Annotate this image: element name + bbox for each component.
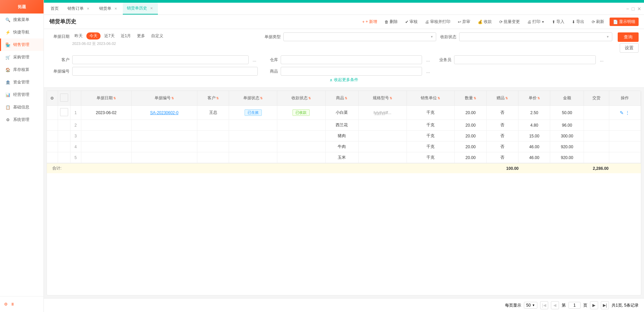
customer-input[interactable] <box>72 55 249 64</box>
page-number-input[interactable]: 1 <box>568 302 581 309</box>
chip-today[interactable]: 今天 <box>86 32 101 40</box>
sidebar-item-base-info[interactable]: 📋 基础信息 <box>0 101 44 113</box>
col-price[interactable]: 单价 ⇅ <box>518 91 550 106</box>
sidebar-item-finance-mgmt[interactable]: 🏦 资金管理 <box>0 76 44 88</box>
chip-yesterday[interactable]: 昨天 <box>72 32 85 40</box>
cell-checkbox[interactable] <box>58 106 70 120</box>
chip-1month[interactable]: 近1月 <box>118 32 134 40</box>
page-last-button[interactable]: ▶| <box>601 301 609 309</box>
col-doc-status[interactable]: 单据状态 ⇅ <box>229 91 277 106</box>
goods-input[interactable] <box>281 67 422 76</box>
salesperson-ellipsis[interactable]: ... <box>598 57 605 62</box>
customer-label: 客户 <box>49 57 69 63</box>
tab-sales-history-close[interactable]: ✕ <box>149 6 154 10</box>
filter-row-2: 客户 ... 仓库 ... 业务员 ... <box>49 55 639 64</box>
refresh-button[interactable]: ⟳ 刷新 <box>590 18 606 26</box>
tab-minimize-icon[interactable]: − <box>626 6 629 11</box>
cell-customer <box>197 152 229 163</box>
warehouse-ellipsis[interactable]: ... <box>425 57 431 62</box>
col-unit[interactable]: 销售单位 ⇅ <box>407 91 455 106</box>
cell-checkbox[interactable] <box>58 152 70 163</box>
sidebar-item-ops-mgmt[interactable]: 📊 经营管理 <box>0 88 44 101</box>
docno-input[interactable] <box>72 67 258 76</box>
col-doc-date[interactable]: 单据日期 ⇅ <box>81 91 131 106</box>
sidebar-item-inventory[interactable]: 🏠 库存核算 <box>0 63 44 76</box>
customer-ellipsis[interactable]: ... <box>251 57 258 62</box>
col-pay-status[interactable]: 收款状态 ⇅ <box>277 91 325 106</box>
export-button[interactable]: ⬇ 导出 <box>570 18 586 26</box>
audit-print-button[interactable]: 🖨 审核并打印 <box>423 18 452 26</box>
cell-spec <box>358 152 407 163</box>
cell-price: 15.00 <box>518 131 550 141</box>
cell-spec <box>358 131 407 141</box>
doc-type-select[interactable]: ▼ <box>283 32 437 41</box>
cell-doc-date <box>81 120 131 131</box>
col-settings[interactable]: ⚙ <box>47 91 58 106</box>
tab-home[interactable]: 首页 <box>47 3 63 15</box>
warehouse-input[interactable] <box>281 55 422 64</box>
more-icon[interactable]: ⋮ <box>625 110 630 115</box>
col-customer[interactable]: 客户 ⇅ <box>197 91 229 106</box>
page-prev-button[interactable]: ◀ <box>551 301 559 309</box>
import-button[interactable]: ⬆ 导入 <box>550 18 566 26</box>
chip-custom[interactable]: 自定义 <box>149 32 166 40</box>
tab-sales-order-close[interactable]: ✕ <box>86 6 90 11</box>
page-size-select[interactable]: 50 ▼ <box>524 302 537 309</box>
row-checkbox[interactable] <box>60 108 68 116</box>
col-qty[interactable]: 数量 ⇅ <box>455 91 486 106</box>
cell-amount: 920.00 <box>550 152 584 163</box>
col-action-label: 操作 <box>621 96 629 100</box>
page-first-button[interactable]: |◀ <box>540 301 548 309</box>
tab-maximize-icon[interactable]: □ <box>632 6 635 11</box>
query-button[interactable]: 查询 <box>618 32 639 42</box>
sidebar-item-search-menu[interactable]: 🔍 搜索菜单 <box>0 14 44 26</box>
collapse-filter-button[interactable]: ∧ 收起更多条件 <box>49 76 639 84</box>
col-gift[interactable]: 赠品 ⇅ <box>486 91 518 106</box>
col-goods-label: 商品 <box>336 95 344 101</box>
cell-checkbox[interactable] <box>58 141 70 152</box>
set-button[interactable]: 设置 <box>620 43 639 53</box>
audit-button[interactable]: ✔ 审核 <box>403 18 420 26</box>
new-button[interactable]: + + 新增 <box>360 18 379 26</box>
cell-pay-status <box>277 152 325 163</box>
abandon-button[interactable]: ↩ 弃审 <box>456 18 472 26</box>
sidebar-item-quick-nav[interactable]: ⚡ 快捷导航 <box>0 26 44 38</box>
pay-status-select[interactable]: ▼ <box>459 32 612 41</box>
select-all-checkbox[interactable] <box>60 94 68 102</box>
chip-7days[interactable]: 近7天 <box>102 32 117 40</box>
col-goods[interactable]: 商品 ⇅ <box>325 91 358 106</box>
tab-sales-order[interactable]: 销售订单 ✕ <box>63 3 94 15</box>
batch-change-button[interactable]: ⟳ 批量变更 <box>497 18 522 26</box>
chip-more[interactable]: 更多 <box>135 32 147 40</box>
sidebar-item-sales-mgmt[interactable]: 🏪 销售管理 <box>0 38 44 51</box>
chart-icon: 📊 <box>5 92 10 98</box>
page-header: 销货单历史 + + 新增 🗑 删除 ✔ 审核 🖨 审核并打印 ↩ 弃审 <box>44 15 644 29</box>
page-next-button[interactable]: ▶ <box>590 301 598 309</box>
sidebar-item-purchase-mgmt[interactable]: 🛒 采购管理 <box>0 51 44 63</box>
col-checkbox[interactable] <box>58 91 70 106</box>
table-row: 3 猪肉 千克 20.00 否 15.00 300.00 <box>47 131 641 141</box>
show-detail-button[interactable]: 📄 显示明细 <box>610 18 639 26</box>
tab-home-label: 首页 <box>51 6 59 11</box>
goods-ellipsis[interactable]: ... <box>425 69 431 74</box>
tab-sales-delivery[interactable]: 销货单 ✕ <box>95 3 122 15</box>
cell-unit: 千克 <box>407 120 455 131</box>
tab-sales-history[interactable]: 销货单历史 ✕ <box>123 3 158 15</box>
print-button[interactable]: 🖨 打印 ▼ <box>525 18 547 26</box>
cell-seq: 1 <box>70 106 81 120</box>
sort-icon-spec: ⇅ <box>390 97 392 100</box>
cell-checkbox[interactable] <box>58 120 70 131</box>
salesperson-input[interactable] <box>454 55 596 64</box>
cell-checkbox[interactable] <box>58 131 70 141</box>
sidebar-item-sys-mgmt[interactable]: ⚙ 系统管理 <box>0 113 44 126</box>
doc-no-link[interactable]: SA-20230602-0 <box>150 110 178 115</box>
edit-icon[interactable]: ✎ <box>620 110 624 115</box>
tab-sales-delivery-close[interactable]: ✕ <box>113 6 118 11</box>
col-spec[interactable]: 规格型号 ⇅ <box>358 91 407 106</box>
tab-close-window-icon[interactable]: ✕ <box>637 6 641 11</box>
delete-button[interactable]: 🗑 删除 <box>383 18 400 26</box>
col-doc-no[interactable]: 单据编号 ⇅ <box>131 91 197 106</box>
print-icon: 🖨 <box>527 20 531 24</box>
collect-button[interactable]: 💰 收款 <box>476 18 494 26</box>
sidebar-bottom-settings[interactable]: ⚙ ⏸ <box>0 299 44 309</box>
